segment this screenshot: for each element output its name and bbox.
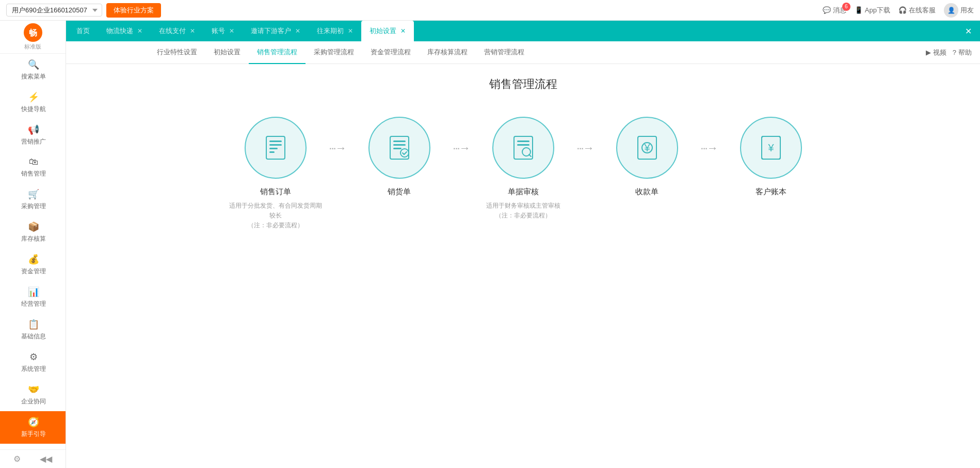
tab-邀请下游客户[interactable]: 邀请下游客户✕ <box>243 21 309 41</box>
flow-step-name-sales-delivery: 销货单 <box>388 187 411 197</box>
sidebar-item-guide[interactable]: 🧭新手引导 <box>0 411 66 444</box>
sub-tab-资金管理流程[interactable]: 资金管理流程 <box>362 41 419 64</box>
avatar: 👤 <box>944 3 958 18</box>
video-icon: ▶ <box>926 49 931 56</box>
tab-close-icon[interactable]: ✕ <box>400 27 406 35</box>
flow-step-sales-order: 销售订单适用于分批发货、有合同发货周期较长 （注：非必要流程） <box>229 117 322 231</box>
sidebar-label-inventory: 库存核算 <box>21 235 46 243</box>
sidebar-item-inventory[interactable]: 📦库存核算 <box>0 216 66 248</box>
flow-arrow-2: ···→ <box>570 117 601 155</box>
online-service-button[interactable]: 🎧 在线客服 <box>898 6 936 15</box>
sidebar-label-search: 搜索菜单 <box>21 72 46 81</box>
sidebar-label-sales: 销售管理 <box>21 169 46 178</box>
flow-step-name-receipt: 收款单 <box>635 187 658 197</box>
flow-arrow-3: ···→ <box>694 117 725 155</box>
tab-物流快递[interactable]: 物流快递✕ <box>98 21 151 41</box>
page-content: 销售管理流程 销售订单适用于分批发货、有合同发货周期较长 （注：非必要流程）··… <box>66 64 980 468</box>
svg-rect-4 <box>269 144 282 146</box>
sidebar-item-appcenter[interactable]: 🔲应用中心 <box>0 444 66 449</box>
tab-close-icon[interactable]: ✕ <box>229 27 234 35</box>
sidebar-item-marketing[interactable]: 📢营销推广 <box>0 119 66 151</box>
sidebar-nav: 🔍搜索菜单⚡快捷导航📢营销推广🛍销售管理🛒采购管理📦库存核算💰资金管理📊经营管理… <box>0 54 66 449</box>
sidebar-item-enterprise[interactable]: 🤝企业协同 <box>0 379 66 411</box>
tab-nav: 首页物流快递✕在线支付✕账号✕邀请下游客户✕往来期初✕初始设置✕✕ <box>66 21 980 41</box>
tab-在线支付[interactable]: 在线支付✕ <box>151 21 203 41</box>
settings-icon[interactable]: ⚙ <box>13 454 21 464</box>
svg-text:¥: ¥ <box>767 142 774 153</box>
tab-close-icon[interactable]: ✕ <box>348 27 353 35</box>
nav-icon-finance: 💰 <box>28 254 39 265</box>
tab-close-icon[interactable]: ✕ <box>137 27 142 35</box>
sidebar-label-basic: 基础信息 <box>21 332 46 341</box>
sidebar-item-purchase[interactable]: 🛒采购管理 <box>0 183 66 216</box>
sidebar-item-finance[interactable]: 💰资金管理 <box>0 248 66 281</box>
sidebar-item-system[interactable]: ⚙系统管理 <box>0 346 66 379</box>
tab-初始设置[interactable]: 初始设置✕ <box>361 21 414 41</box>
headset-icon: 🎧 <box>898 6 907 14</box>
help-icon: ? <box>953 49 956 56</box>
main-layout: 畅 标准版 🔍搜索菜单⚡快捷导航📢营销推广🛍销售管理🛒采购管理📦库存核算💰资金管… <box>0 21 980 468</box>
svg-rect-8 <box>393 141 406 142</box>
video-link[interactable]: ▶ 视频 <box>926 48 946 57</box>
nav-icon-purchase: 🛒 <box>28 189 39 200</box>
flow-step-receipt: ¥ 收款单 <box>601 117 694 201</box>
flow-step-audit: 单据审核适用于财务审核或主管审核 （注：非必要流程） <box>477 117 570 221</box>
sidebar-bottom: ⚙ ◀◀ <box>0 449 66 468</box>
user-menu[interactable]: 👤 用友 <box>944 3 974 18</box>
flow-circle-sales-delivery[interactable] <box>368 117 430 179</box>
svg-rect-3 <box>269 141 282 142</box>
tab-账号[interactable]: 账号✕ <box>203 21 243 41</box>
logo-subtitle: 标准版 <box>24 43 41 51</box>
tab-往来期初[interactable]: 往来期初✕ <box>309 21 361 41</box>
collapse-icon[interactable]: ◀◀ <box>40 454 52 464</box>
tab-close-icon[interactable]: ✕ <box>295 27 300 35</box>
top-bar-right: 💬 消息 6 📱 App下载 🎧 在线客服 👤 用友 <box>823 3 974 18</box>
tab-label: 首页 <box>76 26 90 36</box>
sidebar-label-guide: 新手引导 <box>21 430 46 439</box>
logo-icon: 畅 <box>24 23 42 42</box>
message-icon: 💬 <box>823 6 831 14</box>
sidebar-item-operation[interactable]: 📊经营管理 <box>0 281 66 314</box>
svg-rect-5 <box>269 148 278 149</box>
sub-tab-初始设置[interactable]: 初始设置 <box>205 41 249 64</box>
sidebar-item-basic[interactable]: 📋基础信息 <box>0 314 66 346</box>
flow-circle-receipt[interactable]: ¥ <box>616 117 678 179</box>
nav-icon-inventory: 📦 <box>28 221 39 232</box>
sidebar-label-operation: 经营管理 <box>21 300 46 308</box>
svg-text:¥: ¥ <box>644 142 650 153</box>
sub-tabs: 行业特性设置初始设置销售管理流程采购管理流程资金管理流程库存核算流程营销管理流程… <box>66 41 980 64</box>
tab-首页[interactable]: 首页 <box>68 21 98 41</box>
svg-rect-13 <box>517 141 529 142</box>
tab-nav-close[interactable]: ✕ <box>959 26 978 36</box>
nav-icon-system: ⚙ <box>29 351 38 363</box>
content-area: 首页物流快递✕在线支付✕账号✕邀请下游客户✕往来期初✕初始设置✕✕ 行业特性设置… <box>66 21 980 468</box>
sidebar-item-sales[interactable]: 🛍销售管理 <box>0 151 66 183</box>
flow-circle-sales-order[interactable] <box>245 117 307 179</box>
sub-tabs-right: ▶ 视频 ? 帮助 <box>926 48 972 57</box>
flow-circle-account[interactable]: ¥ <box>740 117 802 179</box>
app-download-button[interactable]: 📱 App下载 <box>855 6 890 15</box>
tab-close-icon[interactable]: ✕ <box>190 27 195 35</box>
sidebar: 畅 标准版 🔍搜索菜单⚡快捷导航📢营销推广🛍销售管理🛒采购管理📦库存核算💰资金管… <box>0 21 66 468</box>
flow-arrow-0: ···→ <box>322 117 353 155</box>
sub-tab-库存核算流程[interactable]: 库存核算流程 <box>419 41 476 64</box>
sub-tab-行业特性设置[interactable]: 行业特性设置 <box>149 41 205 64</box>
message-button[interactable]: 💬 消息 6 <box>823 6 846 15</box>
sub-tab-营销管理流程[interactable]: 营销管理流程 <box>476 41 533 64</box>
experience-button[interactable]: 体验行业方案 <box>106 3 161 18</box>
flow-step-name-account: 客户账本 <box>756 187 786 197</box>
flow-circle-audit[interactable] <box>492 117 554 179</box>
sidebar-item-search[interactable]: 🔍搜索菜单 <box>0 54 66 86</box>
sidebar-label-system: 系统管理 <box>21 365 46 373</box>
svg-rect-14 <box>517 144 529 146</box>
sub-tab-采购管理流程[interactable]: 采购管理流程 <box>306 41 362 64</box>
sidebar-logo: 畅 标准版 <box>0 21 66 54</box>
sub-tab-销售管理流程[interactable]: 销售管理流程 <box>249 41 306 64</box>
help-link[interactable]: ? 帮助 <box>953 48 972 57</box>
sidebar-item-quicknav[interactable]: ⚡快捷导航 <box>0 86 66 119</box>
user-select[interactable]: 用户690企业1660120507 <box>6 4 102 17</box>
svg-text:畅: 畅 <box>29 28 37 37</box>
nav-icon-guide: 🧭 <box>28 416 39 428</box>
flow-step-name-sales-order: 销售订单 <box>260 187 291 197</box>
tab-label: 邀请下游客户 <box>251 26 291 36</box>
